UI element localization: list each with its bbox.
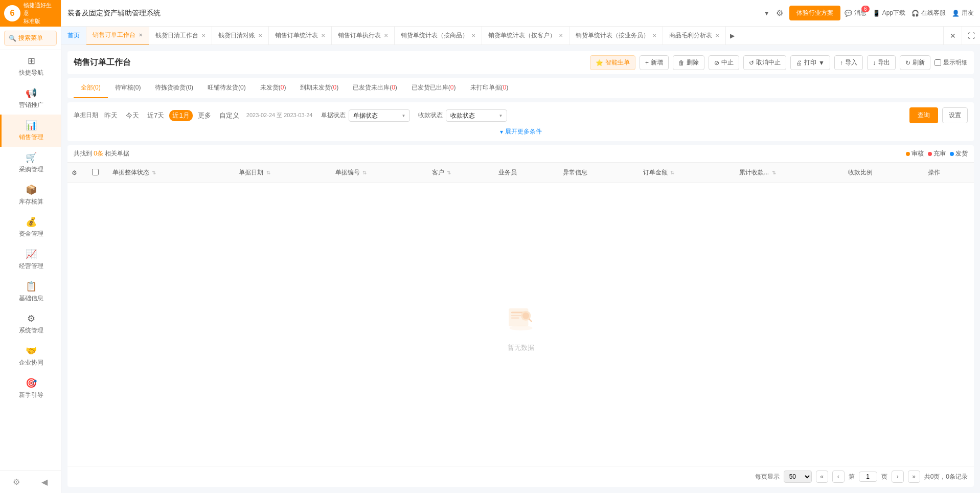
tab-sales-workbench[interactable]: 销售订单工作台 ✕ [86,27,149,45]
tab-gross-profit-close[interactable]: ✕ [715,33,719,38]
tab-action-fullscreen[interactable]: ⛶ [962,27,980,45]
next-page-btn[interactable]: › [892,470,904,483]
date-today-btn[interactable]: 今天 [123,110,142,121]
sort-number-icon[interactable]: ⇅ [362,170,367,175]
payment-select[interactable]: 收款状态 [446,109,507,122]
tab-sales-by-staff[interactable]: 销货单统计表（按业务员） ✕ [569,27,663,45]
filter-tab-shipped-not-out[interactable]: 已发货未出库(0) [346,78,404,98]
print-btn[interactable]: 🖨 打印 ▼ [790,55,830,70]
filter-tab-not-shipped[interactable]: 未发货(0) [253,78,293,98]
query-btn[interactable]: 查询 [909,107,938,123]
filter-tab-pending-inspect[interactable]: 待拣货验货(0) [148,78,200,98]
sidebar-item-inventory[interactable]: 📦 库存核算 [0,179,61,211]
add-btn[interactable]: + 新增 [640,55,669,70]
set-btn[interactable]: 设置 [942,107,968,123]
select-all-checkbox[interactable] [92,169,99,175]
stop-btn[interactable]: ⊘ 中止 [709,55,739,70]
app-download-btn[interactable]: 📱 App下载 [873,9,905,17]
date-7days-btn[interactable]: 近7天 [144,110,167,121]
tab-sales-by-customer-close[interactable]: ✕ [559,33,563,38]
filter-tab-expired[interactable]: 到期未发货(0) [293,78,346,98]
tab-cash-daily-close[interactable]: ✕ [201,33,206,38]
sort-customer-icon[interactable]: ⇅ [447,170,451,175]
page-number-input[interactable] [859,472,877,482]
online-service-btn[interactable]: 🎧 在线客服 [911,9,946,17]
tab-cash-reconcile[interactable]: 钱货日清对账 ✕ [212,27,269,45]
smart-create-btn[interactable]: ⭐ 智能生单 [590,55,635,70]
tab-gross-profit[interactable]: 商品毛利分析表 ✕ [663,27,726,45]
sort-amount-icon[interactable]: ⇅ [670,170,674,175]
user-menu-btn[interactable]: 👤 用友 [952,9,974,17]
message-icon: 💬 [845,10,852,17]
sidebar-item-sales[interactable]: 📊 销售管理 [0,115,61,147]
tab-home[interactable]: 首页 [61,27,86,45]
status-select[interactable]: 单据状态 [349,109,410,122]
tab-sales-exec[interactable]: 销售订单执行表 ✕ [332,27,395,45]
batch-ship-btn[interactable]: 发货 [950,149,968,158]
expand-conditions-btn[interactable]: ▾ 展开更多条件 [500,127,542,136]
header-settings-btn[interactable]: ⚙ [774,6,785,20]
tab-sales-stat-close[interactable]: ✕ [321,33,325,38]
empty-state: 暂无数据 [67,183,974,466]
sidebar-item-purchase[interactable]: 🛒 采购管理 [0,147,61,179]
table-scroll-area[interactable]: ⚙ 单据整体状态 ⇅ 单据日期 ⇅ [67,163,974,183]
search-menu-button[interactable]: 🔍 搜索菜单 [4,31,57,46]
delete-btn[interactable]: 🗑 删除 [673,55,704,70]
batch-reject-btn[interactable]: 充审 [928,149,946,158]
tab-cash-reconcile-close[interactable]: ✕ [258,33,262,38]
tab-sales-by-customer[interactable]: 销货单统计表（按客户） ✕ [482,27,569,45]
th-ratio: 收款比例 [844,163,924,183]
tab-sales-by-product[interactable]: 销货单统计表（按商品） ✕ [395,27,482,45]
show-detail-checkbox-wrap[interactable]: 显示明细 [935,58,968,67]
collapse-btn[interactable]: ◀ [33,475,57,489]
sidebar-item-marketing[interactable]: 📢 营销推广 [0,82,61,115]
sidebar-item-enterprise[interactable]: 🤝 企业协同 [0,340,61,372]
prev-page-btn[interactable]: ‹ [832,470,845,483]
refresh-btn[interactable]: ↻ 刷新 [900,55,930,70]
th-status: 单据整体状态 ⇅ [108,163,235,183]
last-page-btn[interactable]: » [908,470,920,483]
sidebar-item-system[interactable]: ⚙ 系统管理 [0,308,61,340]
export-btn[interactable]: ↓ 导出 [867,55,896,70]
filter-tab-wangpu[interactable]: 旺铺待发货(0) [200,78,253,98]
date-1month-btn[interactable]: 近1月 [169,110,192,121]
filter-tab-not-printed[interactable]: 未打印单据(0) [463,78,516,98]
column-settings-icon[interactable]: ⚙ [72,169,77,176]
date-yesterday-btn[interactable]: 昨天 [101,110,121,121]
page-toolbar: 销售订单工作台 ⭐ 智能生单 + 新增 🗑 删除 ⊘ 中止 ↺ 取消中止 [67,51,974,74]
filter-tab-pending-review[interactable]: 待审核(0) [108,78,148,98]
settings-bottom-btn[interactable]: ⚙ [4,475,29,489]
refresh-icon: ↻ [905,59,910,66]
message-btn[interactable]: 💬 消息 6 [845,9,867,17]
sort-status-icon[interactable]: ⇅ [152,170,156,175]
payment-filter-label: 收款状态 [418,111,443,120]
tab-cash-daily[interactable]: 钱货日清工作台 ✕ [149,27,212,45]
sort-collected-icon[interactable]: ⇅ [772,170,776,175]
result-count: 0条 [94,150,103,157]
sidebar-item-basic-info[interactable]: 📋 基础信息 [0,276,61,308]
first-page-btn[interactable]: « [816,470,828,483]
filter-tab-shipped-out[interactable]: 已发货已出库(0) [404,78,463,98]
sidebar-item-finance[interactable]: 💰 资金管理 [0,211,61,243]
page-size-select[interactable]: 50 10 20 100 [784,470,812,483]
batch-review-btn[interactable]: 审核 [906,149,924,158]
sidebar-item-guide[interactable]: 🎯 新手引导 [0,372,61,405]
date-custom-btn[interactable]: 自定义 [216,110,242,121]
tab-sales-workbench-close[interactable]: ✕ [139,32,143,38]
cancel-stop-btn[interactable]: ↺ 取消中止 [743,55,786,70]
filter-tab-all[interactable]: 全部(0) [74,78,108,98]
tab-sales-exec-close[interactable]: ✕ [384,33,388,38]
tab-action-close-all[interactable]: ✕ [943,27,962,45]
import-btn[interactable]: ↑ 导入 [834,55,863,70]
sort-date-icon[interactable]: ⇅ [266,170,270,175]
industry-solution-btn[interactable]: 体验行业方案 [789,6,840,20]
tab-sales-by-product-close[interactable]: ✕ [471,33,475,38]
sidebar-item-operations[interactable]: 📈 经营管理 [0,243,61,276]
sidebar-item-quick-nav[interactable]: ⊞ 快捷导航 [0,50,61,82]
date-more-btn[interactable]: 更多 [195,110,214,121]
show-detail-checkbox[interactable] [935,59,941,66]
tab-more-btn[interactable]: ▶ [726,27,739,45]
system-dropdown-btn[interactable]: ▼ [764,10,770,17]
tab-sales-stat[interactable]: 销售订单统计表 ✕ [269,27,332,45]
tab-sales-by-staff-close[interactable]: ✕ [652,33,656,38]
